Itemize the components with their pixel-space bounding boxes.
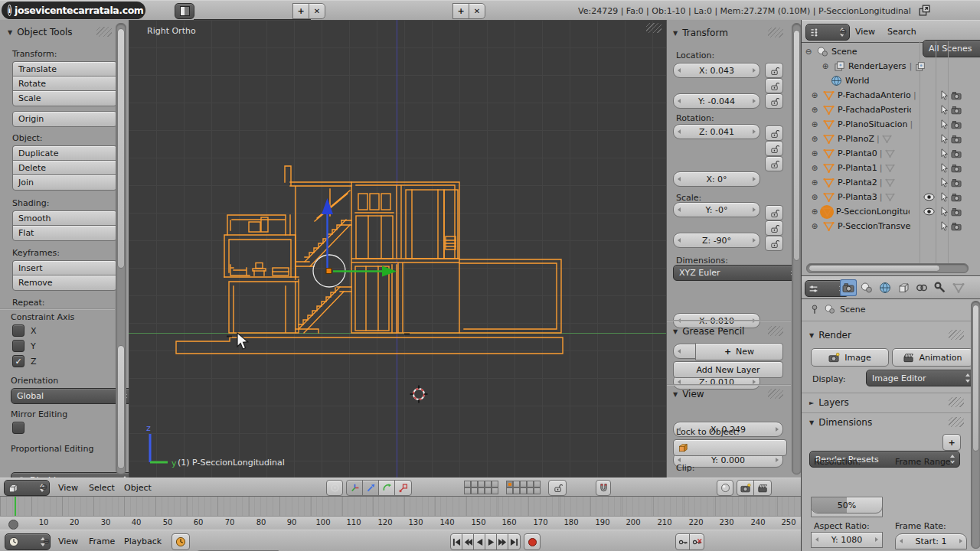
renderability-toggle[interactable] xyxy=(951,134,962,145)
scale-manipulator-toggle[interactable] xyxy=(394,480,412,496)
insert-keyframes-button[interactable] xyxy=(675,533,691,550)
delete-button[interactable]: Delete xyxy=(12,160,117,175)
screen-layout-icon-button[interactable] xyxy=(175,3,194,19)
outliner-view-menu[interactable]: View xyxy=(855,27,875,37)
outliner-row-object[interactable]: ⊕ P-SeccionTransversal xyxy=(802,219,980,233)
expand-icon[interactable]: ⊕ xyxy=(820,62,831,70)
selectability-toggle[interactable] xyxy=(939,148,949,158)
render-animation-button[interactable]: Animation xyxy=(892,348,973,367)
outliner-search-menu[interactable]: Search xyxy=(887,27,916,37)
scrollbar-thumb[interactable] xyxy=(808,265,940,272)
renderability-toggle[interactable] xyxy=(951,148,962,159)
selectability-toggle[interactable] xyxy=(939,163,949,173)
object-menu[interactable]: Object xyxy=(124,483,152,493)
scrollbar-thumb[interactable] xyxy=(117,345,125,469)
renderability-toggle[interactable] xyxy=(951,178,962,188)
outliner-row-object[interactable]: ⊕ P-FachadaAnterior | xyxy=(802,88,980,103)
rotation-mode-dropdown[interactable]: XYZ Euler xyxy=(673,265,801,281)
location-x-field[interactable]: X: 0.043 xyxy=(673,63,760,78)
renderability-toggle[interactable] xyxy=(951,207,962,217)
scrollbar-thumb[interactable] xyxy=(793,30,800,261)
tool-shelf-scrollbar[interactable] xyxy=(116,23,126,474)
scale-button[interactable]: Scale xyxy=(12,90,117,106)
constraint-axis-z[interactable]: ✓Z xyxy=(12,355,37,367)
expand-icon[interactable]: ⊕ xyxy=(809,193,820,201)
view-panel-header[interactable]: ▼View xyxy=(673,389,704,399)
selectability-toggle[interactable] xyxy=(939,105,949,115)
snap-peel-button[interactable] xyxy=(717,480,733,496)
collapse-icon[interactable]: ⊖ xyxy=(803,47,814,56)
opengl-render-image-button[interactable] xyxy=(737,480,755,496)
expand-icon[interactable]: ⊕ xyxy=(809,106,820,114)
panel-grip[interactable] xyxy=(768,28,783,37)
outliner-row-object[interactable]: ⊕ P-Planta0 | xyxy=(802,146,980,161)
checkbox-z[interactable]: ✓ xyxy=(12,355,24,367)
collapse-menus-icon[interactable]: ⊖ xyxy=(43,536,50,546)
tab-constraints[interactable] xyxy=(913,279,930,296)
snap-toggle-button[interactable] xyxy=(596,480,611,496)
rotation-z-field[interactable]: Z: -90° xyxy=(673,233,760,248)
scale-z-lock-button[interactable] xyxy=(765,236,783,251)
outliner-row-object[interactable]: ⊕ P-FachadaPosterior xyxy=(802,103,980,117)
expand-icon[interactable]: ⊕ xyxy=(809,149,820,158)
view-menu[interactable]: View xyxy=(58,483,78,493)
properties-scrollbar[interactable] xyxy=(971,301,980,549)
tab-data[interactable] xyxy=(950,279,967,296)
renderability-toggle[interactable] xyxy=(951,90,962,101)
object-tools-panel-header[interactable]: ▼ Object Tools xyxy=(8,27,73,37)
selectability-toggle[interactable] xyxy=(939,178,949,187)
hide-toggle[interactable] xyxy=(923,206,935,217)
manipulator-toggle-button[interactable] xyxy=(346,480,364,496)
screen-layout-delete-button[interactable]: ✕ xyxy=(309,3,325,19)
window-duplicate-icon[interactable] xyxy=(918,4,931,17)
flat-button[interactable]: Flat xyxy=(12,225,117,241)
insert-keyframe-button[interactable]: Insert xyxy=(12,260,117,276)
dimensions-panel-header[interactable]: ▼Dimensions xyxy=(809,417,872,428)
panel-grip[interactable] xyxy=(949,417,964,427)
location-y-lock-button[interactable] xyxy=(765,78,783,93)
mirror-editing-checkbox[interactable] xyxy=(12,422,24,434)
expand-icon[interactable]: ⊕ xyxy=(809,207,820,216)
outliner-row-world[interactable]: World xyxy=(802,73,980,88)
tab-render[interactable] xyxy=(840,279,857,296)
panel-grip[interactable] xyxy=(949,330,964,340)
remove-keyframe-button[interactable]: Remove xyxy=(12,275,117,291)
rotation-x-lock-button[interactable] xyxy=(765,126,783,141)
collapse-menus-icon[interactable]: ⊖ xyxy=(41,482,47,492)
outliner-row-scene[interactable]: ⊖ Scene xyxy=(802,44,980,59)
duplicate-button[interactable]: Duplicate xyxy=(12,145,117,161)
current-frame-handle[interactable] xyxy=(8,520,18,530)
location-z-field[interactable]: Z: 0.041 xyxy=(673,124,760,139)
panel-grip[interactable] xyxy=(96,27,112,37)
scene-delete-button[interactable]: ✕ xyxy=(469,3,485,19)
selectability-toggle[interactable] xyxy=(939,134,949,144)
render-panel-header[interactable]: ▼Render xyxy=(809,330,851,341)
add-new-layer-button[interactable]: Add New Layer xyxy=(673,361,783,378)
rotation-y-lock-button[interactable] xyxy=(765,141,783,156)
timeline-view-menu[interactable]: View xyxy=(58,536,78,546)
record-button[interactable] xyxy=(524,533,541,550)
expand-icon[interactable]: ⊕ xyxy=(809,91,820,99)
manipulate-center-points-toggle[interactable] xyxy=(326,480,343,496)
grease-pencil-panel-header[interactable]: ▼Grease Pencil xyxy=(673,326,744,337)
use-preview-range-toggle[interactable] xyxy=(172,533,190,550)
outliner-row-object[interactable]: ⊕ P-PlanoZ | xyxy=(802,132,980,146)
checkbox-x[interactable] xyxy=(12,324,24,337)
viewport-3d[interactable]: z y Right Ortho (1) P-SeccionLongitudina… xyxy=(129,20,666,478)
delete-keyframes-button[interactable] xyxy=(689,533,704,550)
join-button[interactable]: Join xyxy=(12,174,117,191)
outliner-row-object[interactable]: ⊕ P-Planta3 | xyxy=(802,190,980,204)
renderability-toggle[interactable] xyxy=(951,192,962,203)
grease-pencil-new-button[interactable]: +New xyxy=(695,343,783,360)
layers-panel-header[interactable]: ►Layers xyxy=(809,397,849,408)
scene-add-button[interactable]: + xyxy=(452,3,469,19)
expand-icon[interactable]: ⊕ xyxy=(809,135,820,143)
display-dropdown[interactable]: Image Editor xyxy=(866,370,975,386)
layers-grid-1[interactable] xyxy=(464,481,500,494)
selectability-toggle[interactable] xyxy=(939,207,949,217)
tab-modifiers[interactable] xyxy=(932,279,949,296)
timeline-frames-area[interactable] xyxy=(0,496,801,517)
location-z-lock-button[interactable] xyxy=(765,93,783,109)
panel-grip[interactable] xyxy=(949,397,964,407)
collapse-menus-icon[interactable]: ⊖ xyxy=(840,27,847,37)
